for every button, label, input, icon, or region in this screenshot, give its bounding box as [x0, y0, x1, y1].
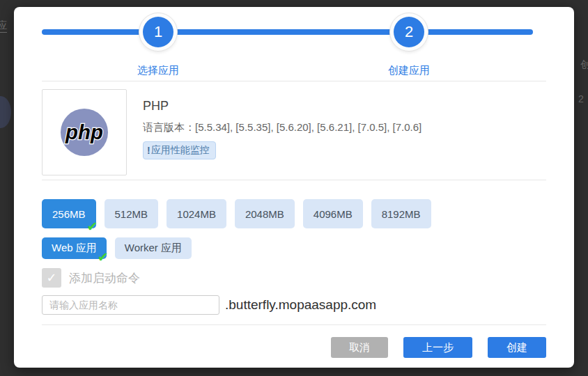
- app-type-options: Web 应用 ✔ Worker 应用: [42, 237, 546, 259]
- startup-command-label: 添加启动命令: [69, 270, 140, 286]
- memory-option-label: 1024MB: [177, 208, 216, 220]
- create-button[interactable]: 创建: [488, 337, 546, 358]
- startup-command-row: ✓ 添加启动命令: [42, 268, 546, 288]
- stepper: 1 选择应用 2 创建应用: [42, 7, 546, 81]
- check-icon: ✔: [98, 251, 109, 264]
- divider: [42, 180, 546, 180]
- step-1-select-app[interactable]: 1 选择应用: [102, 7, 214, 77]
- step-2-circle[interactable]: 2: [394, 17, 424, 47]
- step-1-circle[interactable]: 1: [143, 17, 173, 47]
- cancel-button[interactable]: 取消: [331, 337, 388, 358]
- app-info: PHP 语言版本：[5.5.34], [5.5.35], [5.6.20], […: [143, 89, 421, 180]
- apm-tag-label: 应用性能监控: [151, 144, 210, 157]
- step-2-label: 创建应用: [353, 64, 465, 77]
- create-app-modal: 1 选择应用 2 创建应用 php PHP 语言版本：[5.5.34], [5.…: [14, 7, 574, 368]
- background-text-fragment: 2: [578, 93, 584, 104]
- memory-option-1024mb[interactable]: 1024MB: [167, 199, 226, 228]
- step-2-halo: 2: [389, 13, 428, 52]
- step-1-label: 选择应用: [102, 64, 214, 77]
- memory-option-label: 4096MB: [314, 208, 353, 220]
- background-text-fragment: 创: [580, 58, 588, 71]
- app-name-input[interactable]: [42, 295, 219, 315]
- svg-text:php: php: [65, 120, 103, 143]
- memory-option-512mb[interactable]: 512MB: [105, 199, 159, 228]
- modal-footer: 取消 上一步 创建: [42, 337, 546, 358]
- memory-option-label: 2048MB: [245, 208, 284, 220]
- app-language-versions: 语言版本：[5.5.34], [5.5.35], [5.6.20], [5.6.…: [143, 121, 421, 134]
- memory-size-options: 256MB ✔ 512MB 1024MB 2048MB 4096MB 8192M…: [42, 199, 546, 228]
- app-type-label: Worker 应用: [125, 242, 182, 253]
- app-type-web[interactable]: Web 应用 ✔: [42, 237, 107, 259]
- memory-option-label: 8192MB: [382, 208, 421, 220]
- app-title: PHP: [143, 99, 421, 113]
- exclamation-icon: !: [147, 145, 150, 156]
- php-logo-card: php: [42, 89, 127, 175]
- check-icon: ✔: [87, 220, 98, 233]
- app-type-worker[interactable]: Worker 应用: [115, 237, 192, 259]
- app-name-row: .butterfly.mopaasapp.com: [42, 295, 546, 315]
- previous-step-button[interactable]: 上一步: [403, 337, 472, 358]
- memory-option-2048mb[interactable]: 2048MB: [235, 199, 295, 228]
- background-logo-fragment: [0, 96, 11, 128]
- step-1-halo: 1: [139, 13, 178, 52]
- memory-option-256mb[interactable]: 256MB ✔: [42, 199, 96, 228]
- memory-option-4096mb[interactable]: 4096MB: [303, 199, 363, 228]
- memory-option-label: 256MB: [52, 208, 86, 220]
- apm-tag: !应用性能监控: [143, 141, 216, 159]
- step-2-create-app[interactable]: 2 创建应用: [353, 7, 465, 77]
- app-type-label: Web 应用: [52, 242, 97, 253]
- startup-command-checkbox[interactable]: ✓: [42, 268, 61, 288]
- php-logo-icon: php: [52, 100, 116, 164]
- memory-option-label: 512MB: [115, 208, 148, 220]
- domain-suffix: .butterfly.mopaasapp.com: [225, 297, 376, 313]
- background-text-fragment: 应: [0, 19, 7, 33]
- memory-option-8192mb[interactable]: 8192MB: [371, 199, 431, 228]
- divider: [42, 324, 546, 325]
- selected-app-section: php PHP 语言版本：[5.5.34], [5.5.35], [5.6.20…: [42, 81, 546, 180]
